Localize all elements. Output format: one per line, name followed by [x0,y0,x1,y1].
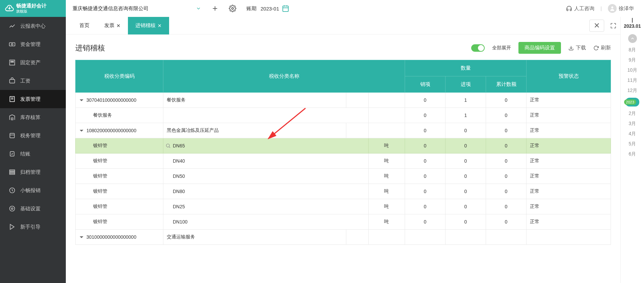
brand-logo[interactable]: 畅捷通好会计 旗舰版 [0,0,66,17]
cell-spec: DN50 [163,169,369,184]
cell-sales: 0 [405,184,446,199]
user-name: 徐泽华 [619,5,634,12]
rail-month[interactable]: 2月 [625,109,640,119]
sidebar-item-label: 新手引导 [20,224,41,230]
tab-home[interactable]: 首页 [72,17,97,34]
settings-button[interactable] [229,5,236,12]
rail-month[interactable]: 11月 [625,75,640,86]
tabs-bar: 首页 发票✕ 进销稽核✕ ✕ [66,17,620,34]
page-title: 进销稽核 [75,43,105,53]
svg-rect-22 [10,171,15,172]
table-row[interactable]: 镀锌管DN65吨000正常 [76,138,611,154]
cell-spec: DN65 [163,138,369,154]
cell-name: 镀锌管 [76,154,163,169]
svg-point-25 [11,208,13,210]
cell-cumulative: 0 [486,199,527,214]
svg-point-26 [10,206,15,211]
rail-month[interactable]: 4月 [625,129,640,139]
rail-month[interactable]: 8月 [625,45,640,55]
svg-point-29 [166,144,169,147]
period-value[interactable]: 2023-01 [261,6,279,11]
cell-spec [346,230,368,245]
search-icon[interactable] [165,143,171,148]
cell-sales: 0 [405,138,446,154]
table-row[interactable]: 3010000000000000000交通运输服务 [76,230,611,245]
sidebar-item-2[interactable]: 固定资产 [0,53,66,72]
cell-cumulative: 0 [486,154,527,169]
tab-invoice[interactable]: 发票✕ [97,17,128,34]
refresh-icon [593,45,599,51]
sidebar-item-0[interactable]: 云报表中心 [0,17,66,35]
sidebar-item-7[interactable]: 结账 [0,145,66,163]
cell-unit [368,93,405,108]
company-name: 重庆畅捷通交通信息咨询有限公司 [73,5,149,12]
table-row[interactable]: 镀锌管DN100吨000正常 [76,214,611,230]
cell-alert: 正常 [527,123,611,138]
sidebar-item-label: 固定资产 [20,60,41,66]
rail-month[interactable]: 3月 [625,119,640,129]
cell-alert: 正常 [527,199,611,214]
cell-unit: 吨 [368,214,405,230]
fullscreen-icon[interactable] [610,23,616,29]
download-button[interactable]: 下载 [568,45,586,51]
table-row[interactable]: 3070401000000000000餐饮服务010正常 [76,93,611,108]
cell-spec [346,123,368,138]
sidebar-item-3[interactable]: 工资 [0,72,66,90]
tab-audit[interactable]: 进销稽核✕ [128,17,169,34]
cell-sales: 0 [405,123,446,138]
rail-month[interactable]: 5月 [625,139,640,149]
cell-cumulative: 0 [486,93,527,108]
download-icon [568,45,574,51]
cell-unit: 吨 [368,199,405,214]
cell-name: 镀锌管 [76,184,163,199]
cell-spec: DN100 [163,214,369,230]
sidebar-item-11[interactable]: 新手引导 [0,218,66,236]
code-settings-button[interactable]: 商品编码设置 [518,42,561,54]
table-row[interactable]: 1080200000000000000黑色金属冶炼及压延产品000正常 [76,123,611,138]
col-sales: 销项 [405,76,446,93]
company-selector[interactable]: 重庆畅捷通交通信息咨询有限公司 [73,5,201,12]
sidebar-item-4[interactable]: 发票管理 [0,90,66,108]
col-alert: 预警状态 [527,60,611,93]
table-row[interactable]: 镀锌管DN50吨000正常 [76,169,611,184]
cell-purchase: 0 [446,214,486,230]
table-row[interactable]: 餐饮服务010正常 [76,108,611,123]
user-menu[interactable]: 徐泽华 [608,4,634,13]
sidebar-item-1[interactable]: 资金管理 [0,35,66,53]
sidebar-item-6[interactable]: 税务管理 [0,126,66,145]
close-icon[interactable]: ✕ [116,23,120,28]
expand-all-toggle[interactable] [471,44,485,52]
rail-month[interactable]: 20231月 [625,96,640,109]
table-row[interactable]: 镀锌管DN40吨000正常 [76,154,611,169]
cell-code: 3070401000000000000 [76,93,163,108]
sidebar-item-8[interactable]: 归档管理 [0,163,66,181]
sidebar-item-10[interactable]: 基础设置 [0,199,66,218]
gear-icon [229,5,236,12]
cell-spec: DN40 [163,154,369,169]
rail-month[interactable]: 10月 [625,65,640,75]
cell-unit: 吨 [368,154,405,169]
cell-name: 镀锌管 [76,199,163,214]
refresh-button[interactable]: 刷新 [593,45,611,51]
sidebar-item-5[interactable]: 库存核算 [0,108,66,126]
col-cumulative: 累计数额 [486,76,527,93]
calendar-icon[interactable] [282,5,289,12]
table-row[interactable]: 镀锌管DN80吨000正常 [76,184,611,199]
cloud-icon [5,4,14,13]
table-row[interactable]: 镀锌管DN25吨000正常 [76,199,611,214]
support-button[interactable]: 人工咨询 [566,5,594,12]
sidebar-item-9[interactable]: 小畅报销 [0,181,66,199]
sidebar-item-label: 资金管理 [20,41,41,48]
cell-purchase: 0 [446,138,486,154]
rail-month[interactable]: 6月 [625,149,640,159]
sidebar-item-label: 基础设置 [20,206,41,212]
close-icon[interactable]: ✕ [158,23,162,28]
tabs-close-all[interactable]: ✕ [589,20,604,32]
add-button[interactable] [211,5,219,12]
rail-scroll-up[interactable] [628,34,637,43]
rail-month[interactable]: 12月 [625,86,640,96]
cell-alert: 正常 [527,214,611,230]
rail-month[interactable]: 9月 [625,55,640,65]
plus-icon [211,5,219,12]
svg-rect-3 [283,6,289,11]
